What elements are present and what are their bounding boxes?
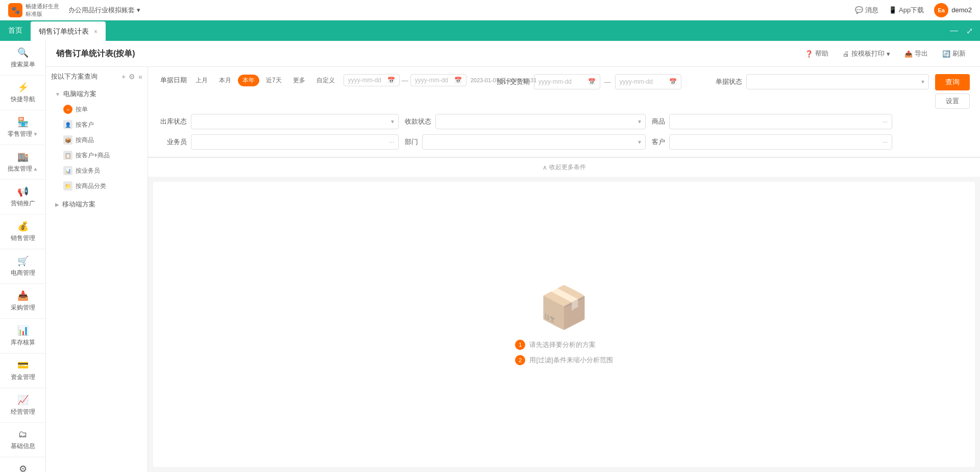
help-button[interactable]: ❓ 帮助	[801, 47, 832, 60]
sidebar-item-inventory[interactable]: 📊 库存核算	[0, 319, 45, 353]
avatar: Ea	[934, 3, 948, 17]
sidebar-item-search[interactable]: 🔍 搜索菜单	[0, 41, 45, 76]
dept-select[interactable]: ▾	[422, 134, 645, 150]
app-selector[interactable]: 办公用品行业模拟账套 ▾	[64, 4, 144, 17]
download-icon: 📱	[889, 6, 897, 14]
add-scheme-button[interactable]: +	[121, 73, 126, 81]
date-btn-this-month[interactable]: 本月	[214, 75, 236, 86]
marketing-icon: 📢	[17, 186, 29, 197]
按业务员-icon: 📊	[63, 166, 72, 175]
sidebar-item-system[interactable]: ⚙ 系统管理	[0, 457, 45, 472]
collapse-bar[interactable]: ∧ 收起更多条件	[148, 157, 980, 177]
filter-row-3: 业务员 ··· 部门 ▾	[158, 134, 970, 150]
goods-input[interactable]: ···	[669, 114, 892, 129]
delivery-dash: —	[604, 78, 611, 86]
date-end-input[interactable]: yyyy-mm-dd 📅	[410, 74, 467, 86]
filter-ship-group: 出库状态 ▾	[158, 114, 399, 129]
bill-status-select[interactable]: ▾	[746, 74, 929, 89]
empty-illustration: 📦	[538, 284, 590, 332]
filter-salesperson-group: 业务员 ···	[158, 134, 399, 150]
delivery-label: 预计交货期	[497, 77, 530, 86]
customer-label: 客户	[652, 137, 665, 147]
dropdown-icon: ▾	[137, 6, 140, 14]
print-dropdown-icon: ▾	[887, 50, 890, 58]
tip-number-2: 2	[515, 355, 525, 365]
sidebar-item-basic[interactable]: 🗂 基础信息	[0, 423, 45, 457]
payment-status-select[interactable]: ▾	[435, 114, 645, 129]
sidebar-item-retail[interactable]: 🏪 零售管理 ▼	[0, 110, 45, 145]
按单-icon: ○	[63, 105, 72, 114]
search-icon: 🔍	[17, 47, 29, 58]
wholesale-icon: 🏬	[17, 151, 29, 162]
delivery-end-input[interactable]: yyyy-mm-dd 📅	[615, 74, 681, 89]
tree-node-按客户[interactable]: 👤 按客户	[59, 117, 142, 132]
tree-node-按单[interactable]: ○ 按单	[59, 102, 142, 117]
tree-node-按客户商品[interactable]: 📋 按客户+商品	[59, 148, 142, 163]
sidebar-item-marketing[interactable]: 📢 营销推广	[0, 180, 45, 215]
message-button[interactable]: 💬 消息	[855, 6, 878, 15]
salesperson-label: 业务员	[158, 137, 187, 147]
filter-date-group: 单据日期 上月 本月 本年 近7天 更多 自定义	[158, 74, 491, 86]
tip-number-1: 1	[515, 340, 525, 350]
ship-status-label: 出库状态	[158, 117, 187, 126]
main-layout: 🔍 搜索菜单 ⚡ 快捷导航 🏪 零售管理 ▼ 🏬 批发管理 ▲ 📢 营销推广	[0, 41, 980, 472]
business-icon: 📈	[17, 394, 29, 406]
content-area: 销售订单统计表(按单) ❓ 帮助 🖨 按模板打印 ▾ 📤 导出 🔄 刷新	[46, 41, 980, 472]
tree-node-mobile[interactable]: ▶ 移动端方案	[51, 197, 142, 212]
logo-area: 🐾 畅捷通好生意 标准版	[8, 3, 59, 17]
date-btn-custom[interactable]: 自定义	[312, 75, 339, 86]
sidebar-item-quicknav[interactable]: ⚡ 快捷导航	[0, 76, 45, 110]
tree-mobile-expand-icon: ▶	[55, 202, 59, 207]
date-dash: —	[402, 77, 408, 84]
tree-node-按商品分类[interactable]: 📁 按商品分类	[59, 178, 142, 194]
tab-sales-report[interactable]: 销售订单统计表 ×	[31, 21, 106, 42]
calendar-icon: 📅	[387, 77, 395, 84]
scheme-settings-button[interactable]: ⚙	[129, 73, 135, 81]
basic-icon: 🗂	[18, 429, 28, 440]
print-button[interactable]: 🖨 按模板打印 ▾	[839, 47, 894, 60]
date-btn-more[interactable]: 更多	[288, 75, 310, 86]
empty-tip-2: 2 用[过滤]条件来缩小分析范围	[515, 355, 612, 365]
export-button[interactable]: 📤 导出	[900, 47, 932, 60]
ship-status-select[interactable]: ▾	[191, 114, 399, 129]
sidebar-item-business[interactable]: 📈 经营管理	[0, 388, 45, 423]
user-info[interactable]: Ea demo2	[934, 3, 972, 17]
query-button[interactable]: 查询	[935, 74, 970, 90]
filter-dept-group: 部门 ▾	[405, 134, 645, 150]
tab-minimize-button[interactable]: —	[948, 24, 960, 37]
sidebar-item-ecommerce[interactable]: 🛒 电商管理	[0, 249, 45, 284]
left-panel-header: 按以下方案查询 + ⚙ «	[51, 72, 142, 81]
sidebar-item-finance[interactable]: 💳 资金管理	[0, 353, 45, 388]
tab-close-button[interactable]: ×	[94, 28, 97, 35]
tree-node-按商品[interactable]: 📦 按商品	[59, 132, 142, 148]
bill-status-chevron: ▾	[921, 78, 924, 85]
date-btn-this-year[interactable]: 本年	[238, 75, 259, 86]
finance-icon: 💳	[17, 360, 29, 371]
inner-layout: 按以下方案查询 + ⚙ « ▼ 电脑端方案 ○ 按单	[46, 67, 980, 472]
top-bar-right: 💬 消息 📱 App下载 Ea demo2	[855, 3, 972, 17]
customer-input[interactable]: ···	[669, 134, 892, 150]
tab-maximize-button[interactable]: ⤢	[964, 24, 975, 38]
date-btn-7days[interactable]: 近7天	[261, 75, 286, 86]
salesperson-input[interactable]: ···	[191, 134, 399, 150]
payment-chevron: ▾	[638, 118, 641, 125]
collapse-panel-button[interactable]: «	[138, 73, 142, 81]
tree-node-按业务员[interactable]: 📊 按业务员	[59, 163, 142, 178]
tab-home[interactable]: 首页	[0, 20, 31, 41]
tree-node-pc[interactable]: ▼ 电脑端方案	[51, 86, 142, 102]
date-start-input[interactable]: yyyy-mm-dd 📅	[344, 74, 400, 86]
message-icon: 💬	[855, 6, 863, 14]
download-button[interactable]: 📱 App下载	[889, 6, 924, 15]
salesperson-more-icon: ···	[389, 138, 394, 146]
date-btn-last-month[interactable]: 上月	[191, 75, 212, 86]
empty-state: 📦 1 请先选择要分析的方案 2 用[过滤]条件来缩小分析范围	[153, 182, 975, 467]
filter-area: 单据日期 上月 本月 本年 近7天 更多 自定义	[148, 67, 980, 157]
按商品分类-icon: 📁	[63, 181, 72, 191]
settings-button[interactable]: 设置	[935, 93, 970, 109]
sidebar-item-wholesale[interactable]: 🏬 批发管理 ▲	[0, 145, 45, 180]
refresh-button[interactable]: 🔄 刷新	[938, 47, 970, 60]
sidebar-item-purchase[interactable]: 📥 采购管理	[0, 284, 45, 319]
delivery-start-input[interactable]: yyyy-mm-dd 📅	[534, 74, 600, 89]
ecommerce-icon: 🛒	[17, 255, 29, 267]
sidebar-item-sales[interactable]: 💰 销售管理	[0, 215, 45, 249]
